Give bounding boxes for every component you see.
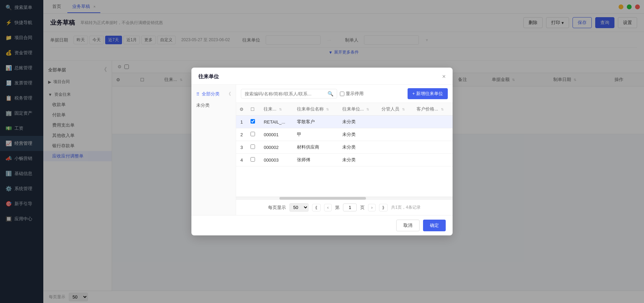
dialog-title: 往来单位 [198, 73, 219, 80]
unclassified-label: 未分类 [196, 103, 210, 108]
row-name: 甲 [293, 128, 339, 141]
dialog-table-row[interactable]: 4 000003 张师傅 未分类 [236, 154, 453, 166]
row-price-level [413, 116, 453, 128]
dialog-table-row[interactable]: 3 000002 材料供应商 未分类 [236, 141, 453, 154]
dialog-per-page-select[interactable]: 50 100 [289, 203, 309, 212]
row-price-level [413, 154, 453, 166]
dialog-nav-all-label[interactable]: ⠿ 全部分类 《 [191, 88, 236, 100]
page-unit: 页 [360, 205, 365, 211]
row-manager [378, 116, 413, 128]
dialog-search-box: 🔍 [241, 89, 337, 98]
dialog-nav-collapse-btn[interactable]: 《 [226, 91, 231, 97]
dialog-overlay: 往来单位 × ⠿ 全部分类 《 未分类 [0, 0, 644, 303]
next-page-btn[interactable]: › [368, 204, 376, 211]
row-num: 3 [236, 141, 247, 154]
dialog-scrollbar[interactable] [236, 197, 453, 199]
dialog-body: ⠿ 全部分类 《 未分类 🔍 显示停 [191, 85, 453, 215]
row-manager [378, 141, 413, 154]
dialog-nav-all-text: 全部分类 [202, 91, 220, 97]
row-price-level [413, 128, 453, 141]
dialog-table-wrap: ⚙ ☐ 往来... ⇅ 往来单位名称 ⇅ 往来单位... ⇅ 分管人员 ⇅ 客户… [236, 103, 453, 197]
counterpart-dialog: 往来单位 × ⠿ 全部分类 《 未分类 [191, 68, 453, 235]
row-checkbox[interactable] [247, 116, 260, 128]
dialog-nav-item-unclassified[interactable]: 未分类 [191, 100, 236, 111]
dialog-search-input[interactable] [245, 91, 325, 96]
col-checkbox: ☐ [247, 103, 260, 116]
dialog-table-row[interactable]: 1 RETAIL_... 零散客户 未分类 [236, 116, 453, 128]
row-checkbox[interactable] [247, 141, 260, 154]
page-number-input[interactable] [343, 203, 357, 211]
col-price-level: 客户价格... ⇅ [413, 103, 453, 116]
col-code: 往来... ⇅ [260, 103, 293, 116]
dialog-table-header: ⚙ ☐ 往来... ⇅ 往来单位名称 ⇅ 往来单位... ⇅ 分管人员 ⇅ 客户… [236, 103, 453, 116]
grid-icon: ⠿ [196, 92, 200, 97]
row-code: 000003 [260, 154, 293, 166]
row-num: 1 [236, 116, 247, 128]
dialog-scroll-thumb[interactable] [279, 197, 366, 200]
confirm-button[interactable]: 确定 [423, 220, 446, 231]
row-name: 材料供应商 [293, 141, 339, 154]
per-page-label: 每页显示 [268, 205, 286, 211]
dialog-table: ⚙ ☐ 往来... ⇅ 往来单位名称 ⇅ 往来单位... ⇅ 分管人员 ⇅ 客户… [236, 103, 453, 166]
row-name: 张师傅 [293, 154, 339, 166]
dialog-table-row[interactable]: 2 000001 甲 未分类 [236, 128, 453, 141]
row-manager [378, 154, 413, 166]
show-disabled-checkbox[interactable] [340, 92, 344, 96]
row-num: 2 [236, 128, 247, 141]
row-code: 000002 [260, 141, 293, 154]
add-counterpart-btn[interactable]: + 新增往来单位 [408, 88, 448, 99]
page-total: 共1页，4条记录 [391, 205, 420, 210]
row-code: 000001 [260, 128, 293, 141]
col-manager: 分管人员 ⇅ [378, 103, 413, 116]
dialog-close-btn[interactable]: × [442, 73, 446, 80]
row-type: 未分类 [339, 116, 378, 128]
last-page-btn[interactable]: ⟫ [379, 204, 388, 211]
dialog-header: 往来单位 × [191, 68, 453, 85]
row-price-level [413, 141, 453, 154]
row-type: 未分类 [339, 141, 378, 154]
col-name: 往来单位名称 ⇅ [293, 103, 339, 116]
first-page-btn[interactable]: ⟪ [312, 204, 321, 211]
dialog-nav: ⠿ 全部分类 《 未分类 [191, 85, 236, 215]
dialog-footer: 取消 确定 [191, 215, 453, 235]
dialog-pagination: 每页显示 50 100 ⟪ ‹ 第 页 › ⟫ 共1页，4条记录 [236, 199, 453, 215]
dialog-search-icon: 🔍 [327, 91, 333, 96]
row-code: RETAIL_... [260, 116, 293, 128]
col-type: 往来单位... ⇅ [339, 103, 378, 116]
dialog-main: 🔍 显示停用 + 新增往来单位 ⚙ ☐ [236, 85, 453, 215]
row-manager [378, 128, 413, 141]
prev-page-btn[interactable]: ‹ [324, 204, 332, 211]
row-checkbox[interactable] [247, 154, 260, 166]
row-checkbox[interactable] [247, 128, 260, 141]
cancel-button[interactable]: 取消 [396, 220, 420, 231]
dialog-toolbar: 🔍 显示停用 + 新增往来单位 [236, 85, 453, 103]
show-disabled-label[interactable]: 显示停用 [340, 91, 364, 97]
row-name: 零散客户 [293, 116, 339, 128]
row-num: 4 [236, 154, 247, 166]
col-settings: ⚙ [236, 103, 247, 116]
row-type: 未分类 [339, 154, 378, 166]
show-disabled-text: 显示停用 [346, 91, 364, 97]
page-label: 第 [335, 205, 340, 211]
row-type: 未分类 [339, 128, 378, 141]
